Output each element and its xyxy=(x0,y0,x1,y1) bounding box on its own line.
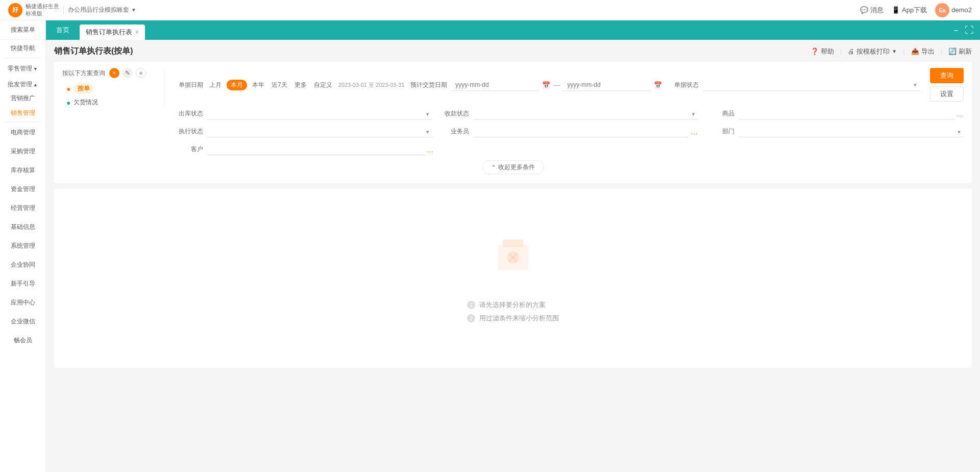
sidebar-item-retail[interactable]: 零售管理 ▼ xyxy=(0,59,45,75)
sidebar-item-wecom[interactable]: 企业微信 xyxy=(0,312,45,331)
tab-minimize-btn[interactable]: － xyxy=(951,26,961,35)
payment-status-label: 收款状态 xyxy=(438,109,469,118)
payment-status-select[interactable] xyxy=(473,108,698,120)
sidebar-item-enterprise[interactable]: 企业协同 xyxy=(0,255,45,274)
user-area[interactable]: Ea demo2 xyxy=(935,3,972,17)
scheme-by-order[interactable]: ● 按单 xyxy=(66,83,158,94)
tab-home[interactable]: 首页 xyxy=(48,20,78,40)
print-btn[interactable]: 🖨 按模板打印 ▼ xyxy=(848,47,897,56)
nav-title[interactable]: 办公用品行业模拟账套 ▼ xyxy=(68,6,136,14)
sidebar-item-wholesale[interactable]: 批发管理 ▲ xyxy=(0,75,45,91)
page-actions: ❓ 帮助 | 🖨 按模板打印 ▼ | 📤 导出 | xyxy=(811,47,972,56)
help-btn[interactable]: ❓ 帮助 xyxy=(811,47,834,56)
date-range-text: 2023-03-01 至 2023-03-31 xyxy=(338,81,405,89)
empty-icon xyxy=(487,229,538,290)
empty-step-1: 1 请先选择要分析的方案 xyxy=(467,300,559,310)
department-label: 部门 xyxy=(704,127,734,136)
collapse-icon: ⌃ xyxy=(491,164,496,171)
customer-input[interactable] xyxy=(207,144,425,155)
collapse-btn[interactable]: ⌃ 收起更多条件 xyxy=(482,160,544,174)
step-num-1: 1 xyxy=(467,301,475,309)
more-btn[interactable]: 更多 xyxy=(292,80,309,90)
sidebar-collapse-icon: ▼ xyxy=(33,66,38,72)
edit-scheme-btn[interactable]: ✎ xyxy=(122,68,133,78)
add-scheme-btn[interactable]: + xyxy=(109,68,119,78)
app-download-btn[interactable]: 📱 App下载 xyxy=(892,6,927,15)
page-title: 销售订单执行表(按单) xyxy=(54,46,133,57)
sidebar-item-finance[interactable]: 资金管理 xyxy=(0,180,45,199)
salesperson-input[interactable] xyxy=(473,126,689,137)
sidebar-item-appcenter[interactable]: 应用中心 xyxy=(0,293,45,312)
collapse-scheme-btn[interactable]: « xyxy=(136,68,146,78)
last7days-btn[interactable]: 近7天 xyxy=(270,80,289,90)
sidebar-item-marketing[interactable]: 营销推广 xyxy=(0,91,45,106)
date-field-label: 单据日期 xyxy=(173,81,203,89)
sidebar-item-purchase[interactable]: 采购管理 xyxy=(0,142,45,161)
department-select[interactable] xyxy=(739,126,964,137)
date-quick-buttons: 上月 本月 本年 近7天 更多 自定义 xyxy=(207,80,334,90)
scheme-actions: + ✎ « xyxy=(109,68,146,78)
page-header: 销售订单执行表(按单) ❓ 帮助 | 🖨 按模板打印 ▼ | 📤 xyxy=(54,46,972,57)
goods-more-icon[interactable]: … xyxy=(957,110,964,118)
print-icon: 🖨 xyxy=(848,48,854,55)
order-status-label: 单据状态 xyxy=(668,81,699,89)
nav-divider xyxy=(63,6,64,14)
sidebar-item-system[interactable]: 系统管理 xyxy=(0,237,45,255)
sidebar-item-basic[interactable]: 基础信息 xyxy=(0,218,45,237)
this-year-btn[interactable]: 本年 xyxy=(250,80,266,90)
logo-icon: 好 xyxy=(8,3,22,17)
refresh-btn[interactable]: 🔄 刷新 xyxy=(948,47,972,56)
logo-text: 畅捷通好生意 标准版 xyxy=(26,3,59,16)
app-icon: 📱 xyxy=(892,6,900,14)
delivery-status-label: 出库状态 xyxy=(173,109,203,118)
logo-area: 好 畅捷通好生意 标准版 xyxy=(8,3,59,17)
nav-dropdown-icon[interactable]: ▼ xyxy=(131,7,136,13)
filter-panel: 按以下方案查询 + ✎ « ● 按单 xyxy=(54,62,972,183)
empty-state: 1 请先选择要分析的方案 2 用过滤条件来缩小分析范围 xyxy=(54,188,972,368)
sidebar-item-members[interactable]: 畅会员 xyxy=(0,331,45,350)
customer-more-icon[interactable]: … xyxy=(427,146,434,154)
sidebar: 搜索菜单 快捷导航 零售管理 ▼ 批发管理 ▲ 营销推广 销售管理 电商管理 采… xyxy=(0,20,46,472)
this-month-btn[interactable]: 本月 xyxy=(227,80,247,90)
page-content: 销售订单执行表(按单) ❓ 帮助 | 🖨 按模板打印 ▼ | 📤 xyxy=(46,40,980,472)
collapse-bar: ⌃ 收起更多条件 xyxy=(62,157,964,177)
tab-close-btn[interactable]: × xyxy=(135,29,139,36)
goods-label: 商品 xyxy=(704,109,734,118)
settings-btn[interactable]: 设置 xyxy=(930,86,964,102)
last-month-btn[interactable]: 上月 xyxy=(207,80,224,90)
tab-active[interactable]: 销售订单执行表 × xyxy=(80,25,145,40)
active-scheme-label: 按单 xyxy=(74,83,94,94)
main-layout: 搜索菜单 快捷导航 零售管理 ▼ 批发管理 ▲ 营销推广 销售管理 电商管理 采… xyxy=(0,20,980,472)
sidebar-item-sales[interactable]: 销售管理 xyxy=(0,106,45,121)
query-btn[interactable]: 查询 xyxy=(930,68,964,83)
scheme-label: 按以下方案查询 xyxy=(62,69,105,78)
refresh-icon: 🔄 xyxy=(948,48,957,55)
empty-steps: 1 请先选择要分析的方案 2 用过滤条件来缩小分析范围 xyxy=(467,300,559,327)
svg-rect-1 xyxy=(503,240,523,247)
sidebar-quick-nav[interactable]: 快捷导航 xyxy=(0,40,45,57)
sidebar-item-ecommerce[interactable]: 电商管理 xyxy=(0,123,45,142)
action-divider-1: | xyxy=(840,48,842,55)
goods-input[interactable] xyxy=(739,108,954,120)
date-icon-left[interactable]: 📅 xyxy=(542,81,550,89)
salesperson-more-icon[interactable]: … xyxy=(691,128,698,136)
action-divider-3: | xyxy=(941,48,942,55)
sidebar-item-newbie[interactable]: 新手引导 xyxy=(0,274,45,293)
order-status-select[interactable] xyxy=(703,79,920,91)
export-btn[interactable]: 📤 导出 xyxy=(911,47,935,56)
sidebar-item-stock[interactable]: 库存核算 xyxy=(0,161,45,180)
message-icon: 💬 xyxy=(860,6,868,14)
delivery-status-select[interactable] xyxy=(207,108,432,120)
sidebar-search-menu[interactable]: 搜索菜单 xyxy=(0,20,45,40)
tab-maximize-btn[interactable]: ⛶ xyxy=(965,26,974,35)
custom-btn[interactable]: 自定义 xyxy=(312,80,334,90)
message-btn[interactable]: 💬 消息 xyxy=(860,6,884,15)
export-icon: 📤 xyxy=(911,48,919,55)
sidebar-item-operations[interactable]: 经营管理 xyxy=(0,199,45,218)
date-icon-right[interactable]: 📅 xyxy=(654,81,662,89)
expected-date-from[interactable] xyxy=(451,79,539,91)
expected-date-to[interactable] xyxy=(563,79,651,91)
help-icon: ❓ xyxy=(811,48,819,55)
scheme-owe-stock[interactable]: ● 欠货情况 xyxy=(66,98,158,107)
exec-status-select[interactable] xyxy=(207,126,432,137)
